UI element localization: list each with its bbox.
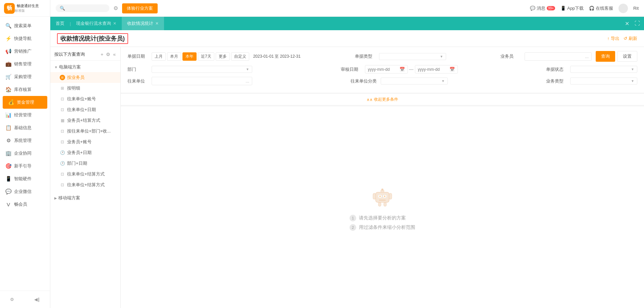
salesperson-label: 业务员	[500, 53, 521, 59]
mobile-group-header[interactable]: ▶ 移动端方案	[50, 193, 120, 203]
app-download-btn[interactable]: 📱 App下载	[560, 5, 584, 11]
schema-item-partner-date[interactable]: ⊡ 往来单位+日期	[50, 104, 120, 115]
sidebar-item-sales[interactable]: 💼 销售管理	[0, 58, 50, 70]
sidebar-item-basic[interactable]: 📋 基础信息	[0, 121, 50, 134]
partner-account-icon: ⊡	[60, 96, 65, 102]
tab-close-collection[interactable]: ✕	[155, 21, 159, 26]
search-box[interactable]: 🔍	[56, 4, 109, 12]
sidebar-item-finance[interactable]: 💰 资金管理	[3, 96, 47, 109]
sidebar-item-guide[interactable]: 🎯 新手引导	[0, 160, 50, 172]
audit-date-from[interactable]: 📅	[365, 65, 408, 73]
sidebar-nav: 🔍 搜索菜单 ⚡ 快捷导航 📢 营销推广 💼 销售管理 🛒 采购管理 🏠 库存核…	[0, 17, 50, 291]
sidebar-item-inventory[interactable]: 🏠 库存核算	[0, 83, 50, 96]
logo-name: 畅捷通好生意	[17, 3, 39, 8]
partner-date-icon: ⊡	[60, 107, 65, 112]
refresh-label: 刷新	[629, 36, 637, 42]
tab-collection-stats[interactable]: 收款情况统计 ✕	[122, 17, 164, 30]
export-button[interactable]: ↑ 导出	[607, 36, 620, 42]
sidebar-collapse-btn[interactable]: ◀‖	[29, 294, 45, 305]
audit-date-from-input[interactable]	[368, 67, 398, 72]
tab-close-cash[interactable]: ✕	[113, 21, 116, 26]
schema-item-partner-settle1[interactable]: ⊡ 往来单位+结算方式	[50, 169, 120, 179]
query-button[interactable]: 查询	[596, 51, 615, 62]
schema-item-sales-date[interactable]: 🕐 业务员+日期	[50, 147, 120, 158]
action-buttons: 查询 设置	[596, 51, 637, 62]
date-btn-custom[interactable]: 自定义	[231, 52, 249, 61]
sidebar-item-business[interactable]: 📊 经营管理	[0, 109, 50, 121]
schema-item-partner-account[interactable]: ⊡ 往来单位+账号	[50, 94, 120, 104]
tab-cash-flow[interactable]: 现金银行流水查询 ✕	[71, 17, 122, 30]
salesperson-more-btn[interactable]: ...	[585, 54, 589, 59]
schema-item-dept-date[interactable]: 🕐 部门+日期	[50, 158, 120, 169]
schema-item-detail[interactable]: ⊞ 按明细	[50, 83, 120, 94]
marketing-icon: 📢	[5, 48, 11, 54]
sidebar-item-system[interactable]: ⚙ 系统管理	[0, 134, 50, 147]
sidebar-item-wechat[interactable]: 💬 企业微信	[0, 185, 50, 198]
svg-rect-0	[376, 192, 389, 202]
schema-label-partner-account: 往来单位+账号	[67, 96, 96, 102]
sidebar-item-hardware[interactable]: 📱 智能硬件	[0, 172, 50, 185]
biz-type-select[interactable]: ▼	[570, 78, 637, 85]
filter-row-3: 往来单位 ... 往来单位分类 ▼ 业务类型 ▼	[127, 77, 637, 85]
step-num-2: 2	[350, 224, 356, 231]
schema-item-partner-dept[interactable]: ⊡ 按往来单位+部门+收...	[50, 126, 120, 137]
message-btn[interactable]: 💬 消息 99+	[530, 5, 555, 11]
desktop-group-header[interactable]: ▼ 电脑端方案	[50, 62, 120, 72]
topbar: 🔍 ⚙ 体验行业方案 💬 消息 99+ 📱 App下载 🎧 在线客服 Rit	[50, 0, 644, 17]
sidebar-item-purchase[interactable]: 🛒 采购管理	[0, 70, 50, 83]
audit-date-label: 审核日期	[341, 66, 361, 72]
app-icon: 📱	[560, 6, 566, 11]
collapse-panel-btn[interactable]: «	[112, 51, 116, 58]
doc-type-select[interactable]: ▼	[379, 53, 446, 60]
message-badge: 99+	[547, 6, 555, 10]
doc-type-label: 单据类型	[355, 53, 375, 59]
date-separator: —	[409, 67, 414, 72]
sidebar-settings-btn[interactable]: ⚙	[5, 294, 19, 305]
dept-select[interactable]: ▼	[152, 66, 252, 73]
schema-item-salesperson[interactable]: 按 按业务员	[50, 72, 120, 83]
online-service-btn[interactable]: 🎧 在线客服	[589, 5, 613, 11]
partner-more-btn[interactable]: ...	[246, 79, 249, 84]
schema-settings-btn[interactable]: ⚙	[105, 51, 111, 58]
partner-cat-arrow: ▼	[441, 79, 445, 83]
gear-icon[interactable]: ⚙	[112, 4, 119, 13]
detail-icon: ⊞	[60, 86, 65, 91]
filter-row-1: 单据日期 上月 本月 本年 近7天 更多 自定义 2023-01-01 至 20…	[127, 51, 637, 62]
schema-label-salesperson: 按业务员	[67, 74, 85, 81]
date-btn-more[interactable]: 更多	[216, 52, 230, 61]
partner-settle1-icon: ⊡	[60, 171, 65, 177]
add-schema-btn[interactable]: +	[100, 51, 104, 58]
svg-rect-8	[373, 193, 376, 199]
audit-date-to-input[interactable]	[418, 67, 448, 72]
collapse-more-btn[interactable]: ∧∧ 收起更多条件	[121, 94, 644, 105]
partner-cat-select[interactable]: ▼	[381, 78, 448, 85]
sidebar-label-enterprise: 企业协同	[14, 150, 32, 156]
schema-item-partner-settle2[interactable]: ⊡ 往来单位+结算方式	[50, 179, 120, 190]
schema-item-sales-account[interactable]: ⊡ 业务员+账号	[50, 137, 120, 147]
tab-bar: 首页 | 现金银行流水查询 ✕ 收款情况统计 ✕ ✕ ⛶	[50, 17, 644, 30]
message-label: 消息	[537, 5, 545, 11]
filter-settings-button[interactable]: 设置	[617, 51, 637, 62]
sidebar-item-member[interactable]: V 畅会员	[0, 198, 50, 211]
audit-date-to[interactable]: 📅	[415, 65, 458, 73]
date-btn-last-month[interactable]: 上月	[152, 52, 166, 61]
tab-home[interactable]: 首页	[50, 20, 70, 27]
sidebar-item-quicknav[interactable]: ⚡ 快捷导航	[0, 32, 50, 45]
sidebar-item-marketing[interactable]: 📢 营销推广	[0, 45, 50, 58]
sidebar-item-search[interactable]: 🔍 搜索菜单	[0, 19, 50, 32]
trial-button[interactable]: 体验行业方案	[122, 3, 158, 13]
dept-label: 部门	[127, 66, 148, 72]
date-btn-7days[interactable]: 近7天	[198, 52, 214, 61]
maximize-window-btn[interactable]: ⛶	[633, 19, 641, 28]
date-btn-this-year[interactable]: 本年	[182, 52, 197, 61]
close-window-btn[interactable]: ✕	[624, 19, 631, 28]
sidebar-label-inventory: 库存核算	[14, 87, 32, 93]
sidebar-item-enterprise[interactable]: 🏢 企业协同	[0, 147, 50, 160]
user-avatar[interactable]	[619, 4, 628, 13]
date-btn-this-month[interactable]: 本月	[167, 52, 181, 61]
refresh-button[interactable]: ↺ 刷新	[624, 36, 637, 42]
schema-item-sales-settle[interactable]: ▦ 业务员+结算方式	[50, 115, 120, 126]
doc-status-select[interactable]: ▼	[570, 66, 637, 73]
chevron-right-icon: ▶	[54, 196, 57, 200]
sales-account-icon: ⊡	[60, 139, 65, 145]
